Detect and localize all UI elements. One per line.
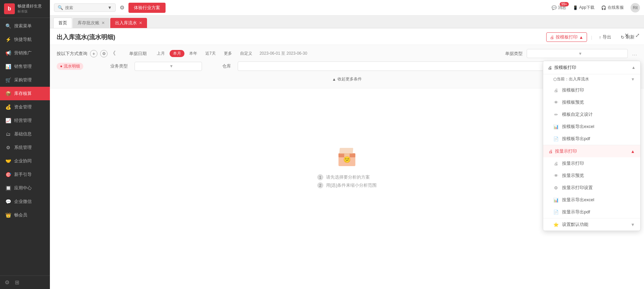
template-custom-item[interactable]: ✏ 模板自定义设计 (543, 108, 640, 121)
app-logo-icon: b (4, 3, 15, 14)
tab-bar: 首页 库存批次账 ✕ 出入库流水 ✕ (50, 16, 644, 28)
sidebar-item-label: 企业微信 (14, 199, 32, 205)
guide-icon: 🎯 (5, 171, 11, 178)
sidebar: b 畅捷通好生意 标准版 🔍搜索菜单⚡快捷导航📢营销推广📊销售管理🛒采购管理📦库… (0, 0, 50, 289)
sidebar-item-label: 库存核算 (14, 90, 32, 97)
filter-date-custom[interactable]: 自定义 (237, 50, 256, 57)
template-pdf-item[interactable]: 📄 按模板导出pdf (543, 133, 640, 145)
tab-inventory-batch[interactable]: 库存批次账 ✕ (73, 18, 110, 28)
window-controls: ✕ ⤢ (622, 31, 641, 39)
svg-text:😕: 😕 (343, 156, 351, 163)
basic-icon: 🗂 (5, 131, 11, 137)
display-section-header[interactable]: 🖨 按显示打印 ▲ (543, 145, 640, 157)
user-avatar[interactable]: Rit (631, 3, 640, 12)
sidebar-item-quick-nav[interactable]: ⚡快捷导航 (0, 33, 50, 46)
tab-home[interactable]: 首页 (53, 18, 72, 28)
search-input[interactable] (65, 5, 106, 10)
sidebar-item-label: 营销推广 (14, 50, 32, 56)
download-icon: 📱 (573, 5, 578, 10)
app-download-button[interactable]: 📱 App下载 (573, 5, 594, 10)
current-row-chevron: ▼ (631, 77, 635, 82)
sidebar-item-inventory[interactable]: 📦库存核算 (0, 87, 50, 100)
tab-flow-label: 出入库流水 (115, 20, 137, 26)
tab-inventory-flow[interactable]: 出入库流水 ✕ (110, 18, 147, 28)
window-expand-icon[interactable]: ⤢ (633, 31, 641, 39)
print-template-button[interactable]: 🖨 按模板打印 ▲ (546, 32, 587, 42)
filter-date-options: 上月 本月 本年 近7天 更多 自定义 2023-06-01 至 2023-06… (153, 50, 307, 57)
topbar-gear-icon[interactable]: ⚙ (120, 4, 124, 11)
topbar-search-box[interactable]: 🔍 ▼ (54, 3, 116, 12)
filter-doc-type-more-icon[interactable]: … (632, 51, 637, 57)
set-default-item[interactable]: ⭐ 设置默认功能 ▼ (543, 218, 640, 231)
message-badge: 99+ (560, 2, 569, 6)
toggle-sidebar-icon[interactable]: ⊞ (15, 279, 19, 286)
sidebar-item-marketing[interactable]: 📢营销推广 (0, 46, 50, 60)
template-print-item[interactable]: 🖨 按模板打印 (543, 84, 640, 96)
sidebar-bottom: ⚙ ⊞ (0, 275, 50, 289)
empty-state-icon: 😕 (333, 143, 360, 170)
sidebar-item-guide[interactable]: 🎯新手引导 (0, 168, 50, 181)
dropdown-display-section: 🖨 按显示打印 ▲ 🖨 按显示打印 👁 按显示预览 ⚙ (543, 145, 640, 218)
template-pdf-icon: 📄 (553, 136, 559, 141)
filter-date-more[interactable]: 更多 (221, 50, 235, 57)
tab-home-label: 首页 (58, 20, 67, 26)
filter-add-condition-label: 按以下方式查询 (57, 51, 87, 57)
online-service-button[interactable]: 🎧 在线客服 (601, 5, 624, 10)
display-pdf-item[interactable]: 📄 按显示导出pdf (543, 206, 640, 218)
sidebar-item-label: 基础信息 (14, 131, 32, 137)
search-dropdown-icon[interactable]: ▼ (108, 5, 112, 10)
empty-step-2: 2 用[选]条件来缩小分析范围 (317, 182, 377, 188)
sidebar-item-operation[interactable]: 📈经营管理 (0, 114, 50, 127)
display-excel-icon: 📊 (553, 197, 559, 203)
display-preview-item[interactable]: 👁 按显示预览 (543, 169, 640, 182)
sidebar-item-basic[interactable]: 🗂基础信息 (0, 127, 50, 141)
sidebar-item-vip[interactable]: 👑畅会员 (0, 208, 50, 222)
sidebar-item-purchase[interactable]: 🛒采购管理 (0, 73, 50, 87)
tab-flow-close-icon[interactable]: ✕ (139, 21, 142, 25)
set-default-icon: ⭐ (553, 222, 559, 227)
template-excel-item[interactable]: 📊 按模板导出excel (543, 121, 640, 133)
filter-collapse-icon[interactable]: 《 (110, 50, 116, 57)
sidebar-item-apps[interactable]: 🔲应用中心 (0, 181, 50, 195)
window-close-icon[interactable]: ✕ (622, 31, 631, 39)
filter-doc-type-select[interactable]: ▼ (527, 49, 628, 58)
app-edition: 标准版 (18, 9, 42, 14)
filter-date-current-month[interactable]: 本月 (170, 50, 184, 57)
dropdown-collapse-icon[interactable]: ▲ (632, 65, 636, 70)
trial-button[interactable]: 体验行业方案 (128, 3, 166, 13)
dropdown-current-row: ⬡ 当前：出入库流水 ▼ (543, 74, 640, 84)
tab-batch-label: 库存批次账 (78, 20, 99, 26)
export-button[interactable]: ↑ 导出 (596, 33, 614, 42)
display-print-item[interactable]: 🖨 按显示打印 (543, 157, 640, 169)
operation-icon: 📈 (5, 117, 11, 124)
filter-date-7days[interactable]: 近7天 (202, 50, 219, 57)
message-button[interactable]: 💬 消息 99+ (552, 5, 566, 10)
sidebar-item-corp[interactable]: 🤝企业协同 (0, 154, 50, 168)
sidebar-item-system[interactable]: ⚙系统管理 (0, 141, 50, 154)
sidebar-item-sales[interactable]: 📊销售管理 (0, 60, 50, 73)
sidebar-item-finance[interactable]: 💰资金管理 (0, 100, 50, 114)
settings-icon[interactable]: ⚙ (5, 279, 9, 286)
template-preview-item[interactable]: 👁 按模板预览 (543, 96, 640, 108)
sidebar-item-label: 采购管理 (14, 77, 32, 83)
display-excel-item[interactable]: 📊 按显示导出excel (543, 194, 640, 206)
finance-icon: 💰 (5, 104, 11, 110)
display-settings-item[interactable]: ⚙ 按显示打印设置 (543, 182, 640, 194)
filter-date-this-year[interactable]: 本年 (186, 50, 201, 57)
empty-steps-list: 1 请先选择要分析的方案 2 用[选]条件来缩小分析范围 (317, 174, 377, 190)
filter-biz-type-select[interactable]: ▼ (135, 62, 202, 71)
filter-settings-button[interactable]: ⚙ (100, 50, 108, 57)
sidebar-item-search[interactable]: 🔍搜索菜单 (0, 19, 50, 33)
filter-date-last-month[interactable]: 上月 (153, 50, 168, 57)
tab-batch-close-icon[interactable]: ✕ (101, 21, 105, 25)
page-title: 出入库流水(流水明细) (57, 33, 115, 41)
filter-active-chip[interactable]: ● 流水明细 (57, 63, 83, 70)
filter-row-1: 按以下方式查询 + ⚙ 《 单据日期 上月 本月 本年 近7天 更多 自定义 (57, 49, 637, 58)
filter-add-button[interactable]: + (90, 50, 97, 57)
sidebar-item-wechat[interactable]: 💬企业微信 (0, 195, 50, 208)
content-area: ✕ ⤢ 出入库流水(流水明细) 🖨 按模板打印 ▲ | ↑ 导出 (50, 28, 644, 289)
print-icon: 🖨 (550, 35, 554, 40)
collapse-up-icon: ▲ (332, 77, 336, 82)
sidebar-item-label: 畅会员 (14, 212, 27, 218)
corp-icon: 🤝 (5, 158, 11, 164)
